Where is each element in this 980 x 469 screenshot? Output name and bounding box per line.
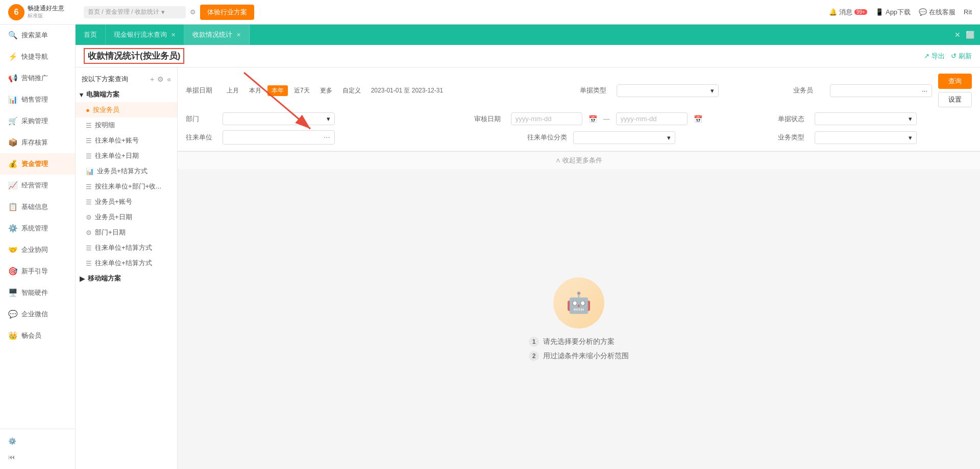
logo-text: 畅捷通好生意 标准版 xyxy=(28,5,64,19)
filter-actions: 查询 设置 xyxy=(938,74,972,107)
collapse-bar[interactable]: ∧ 收起更多条件 xyxy=(178,151,980,169)
panel-add-btn[interactable]: + xyxy=(150,75,154,83)
dept-select[interactable]: ▾ xyxy=(223,112,335,125)
sidebar-item-purchase[interactable]: 🛒 采购管理 xyxy=(0,110,75,132)
breadcrumb-bar[interactable]: 首页 / 资金管理 / 收款统计 ▾ xyxy=(84,6,186,18)
sidebar-item-search[interactable]: 🔍 搜索菜单 xyxy=(0,25,75,46)
tab-collection-close[interactable]: ✕ xyxy=(236,32,241,38)
empty-state: 🤖 1 请先选择要分析的方案 2 用过滤条件来缩小分析范围 xyxy=(178,169,980,469)
refresh-icon: ↺ xyxy=(951,52,957,60)
salesperson-select[interactable]: ··· xyxy=(830,84,932,97)
sidebar-collapse-btn[interactable]: ⏮ xyxy=(0,449,75,465)
sidebar-item-member[interactable]: 👑 畅会员 xyxy=(0,325,75,346)
sidebar-bottom: ⚙️ ⏮ xyxy=(0,429,75,469)
basic-icon: 📋 xyxy=(8,202,17,212)
tree-item-customer-settle1[interactable]: ☰ 往来单位+结算方式 xyxy=(76,240,177,255)
query-btn[interactable]: 查询 xyxy=(938,74,972,89)
date-tab-this-year[interactable]: 本年 xyxy=(267,85,288,96)
date-tab-this-month[interactable]: 本月 xyxy=(245,85,265,96)
top-nav-area: 首页 / 资金管理 / 收款统计 ▾ ⚙ 体验行业方案 xyxy=(84,5,829,20)
sidebar-item-basic[interactable]: 📋 基础信息 xyxy=(0,196,75,218)
tree-item-by-salesperson[interactable]: ● 按业务员 xyxy=(76,102,177,118)
tree-cs2-icon: ☰ xyxy=(86,260,92,267)
sidebar-item-finance[interactable]: 💰 资金管理 xyxy=(0,153,75,175)
download-icon: 📱 xyxy=(875,8,884,16)
win-close-btn[interactable]: ✕ xyxy=(953,31,962,39)
sidebar-collapse-icon: ⏮ xyxy=(8,453,15,461)
tree-item-customer-dept[interactable]: ☰ 按往来单位+部门+收... xyxy=(76,179,177,194)
settings-btn[interactable]: 设置 xyxy=(938,92,972,107)
business-type-select[interactable]: ▾ xyxy=(815,131,917,144)
dept-label: 部门 xyxy=(186,114,216,124)
logo-area: 6 畅捷通好生意 标准版 xyxy=(8,4,84,20)
user-avatar[interactable]: Rit xyxy=(964,8,972,16)
review-date-start[interactable]: yyyy-mm-dd xyxy=(511,112,582,125)
sidebar-item-wechat[interactable]: 💬 企业微信 xyxy=(0,303,75,325)
panel-title: 按以下方案查询 xyxy=(82,75,128,84)
step-num-1: 1 xyxy=(529,337,539,347)
tab-bank-close[interactable]: ✕ xyxy=(171,32,176,38)
marketing-icon: 📢 xyxy=(8,74,17,83)
date-tab-last-month[interactable]: 上月 xyxy=(223,85,243,96)
tab-window-btns: ✕ ⬜ xyxy=(947,25,980,45)
date-tab-custom[interactable]: 自定义 xyxy=(338,85,365,96)
sidebar-item-nav[interactable]: ⚡ 快捷导航 xyxy=(0,46,75,67)
trial-btn[interactable]: 体验行业方案 xyxy=(200,5,254,20)
tree-item-by-detail[interactable]: ☰ 按明细 xyxy=(76,118,177,133)
date-tabs: 上月 本月 本年 近7天 更多 自定义 xyxy=(223,85,365,96)
tree-salesperson-icon: ● xyxy=(86,106,90,114)
customer-dots: ··· xyxy=(324,133,330,142)
export-btn[interactable]: ↗ 导出 xyxy=(924,52,945,61)
tree-category-mobile[interactable]: ▶ 移动端方案 xyxy=(76,271,177,286)
refresh-btn[interactable]: ↺ 刷新 xyxy=(951,52,972,61)
tab-collection[interactable]: 收款情况统计 ✕ xyxy=(184,25,250,45)
filter-container: 单据日期 上月 本月 本年 近7天 更多 自定义 2023-01-01 至 20… xyxy=(178,67,980,169)
page-title: 收款情况统计(按业务员) xyxy=(88,51,180,61)
doc-type-select[interactable]: ▾ xyxy=(617,84,719,97)
sidebar-item-inventory[interactable]: 📦 库存核算 xyxy=(0,132,75,153)
settings-btn-top[interactable]: ⚙ xyxy=(190,8,196,16)
main-layout: 🔍 搜索菜单 ⚡ 快捷导航 📢 营销推广 📊 销售管理 🛒 采购管理 📦 库存核… xyxy=(0,25,980,469)
tree-item-customer-settle2[interactable]: ☰ 往来单位+结算方式 xyxy=(76,255,177,271)
sidebar-item-operations[interactable]: 📈 经营管理 xyxy=(0,175,75,196)
customer-category-select[interactable]: ▾ xyxy=(573,131,675,144)
calendar-icon-1[interactable]: 📅 xyxy=(589,115,597,123)
tree-item-salesperson-settle[interactable]: 📊 业务员+结算方式 xyxy=(76,163,177,179)
review-date-end[interactable]: yyyy-mm-dd xyxy=(616,112,688,125)
tree-item-salesperson-date[interactable]: ⚙ 业务员+日期 xyxy=(76,209,177,225)
breadcrumb-dropdown[interactable]: ▾ xyxy=(161,8,165,16)
empty-steps: 1 请先选择要分析的方案 2 用过滤条件来缩小分析范围 xyxy=(529,337,629,361)
tree-item-customer-date[interactable]: ☰ 往来单位+日期 xyxy=(76,148,177,163)
panel-collapse-icon[interactable]: « xyxy=(167,75,171,83)
sidebar-item-system[interactable]: ⚙️ 系统管理 xyxy=(0,218,75,239)
sidebar-settings-btn[interactable]: ⚙️ xyxy=(0,433,75,449)
filter-row-3: 往来单位 ··· 往来单位分类 ▾ xyxy=(186,130,972,145)
tree-category-desktop[interactable]: ▾ 电脑端方案 xyxy=(76,87,177,102)
tree-cdate-icon: ☰ xyxy=(86,152,92,160)
panel-settings-icon[interactable]: ⚙ xyxy=(157,75,164,83)
app-download-btn[interactable]: 📱 App下载 xyxy=(875,8,911,17)
tree-item-salesperson-account[interactable]: ☰ 业务员+账号 xyxy=(76,194,177,209)
sidebar-item-corp[interactable]: 🤝 企业协同 xyxy=(0,239,75,261)
message-btn[interactable]: 🔔 消息 99+ xyxy=(829,8,867,17)
tree-mobile-expand-icon: ▶ xyxy=(80,275,85,283)
sidebar-item-sales[interactable]: 📊 销售管理 xyxy=(0,89,75,110)
date-tab-7days[interactable]: 近7天 xyxy=(290,85,314,96)
customer-select[interactable]: ··· xyxy=(223,130,335,145)
tab-bank[interactable]: 现金银行流水查询 ✕ xyxy=(106,25,184,45)
filter-panel: 单据日期 上月 本月 本年 近7天 更多 自定义 2023-01-01 至 20… xyxy=(178,67,980,151)
doc-type-label: 单据类型 xyxy=(580,86,610,95)
online-service-btn[interactable]: 💬 在线客服 xyxy=(919,8,955,17)
sidebar-item-guide[interactable]: 🎯 新手引导 xyxy=(0,261,75,282)
date-tab-more[interactable]: 更多 xyxy=(316,85,336,96)
tree-item-customer-account[interactable]: ☰ 往来单位+账号 xyxy=(76,133,177,148)
tab-home[interactable]: 首页 xyxy=(76,25,106,45)
doc-status-select[interactable]: ▾ xyxy=(815,112,917,125)
main-content: 单据日期 上月 本月 本年 近7天 更多 自定义 2023-01-01 至 20… xyxy=(178,67,980,469)
calendar-icon-2[interactable]: 📅 xyxy=(694,115,702,123)
tree-item-dept-date[interactable]: ⚙ 部门+日期 xyxy=(76,225,177,240)
sidebar-item-marketing[interactable]: 📢 营销推广 xyxy=(0,67,75,89)
sidebar-item-hardware[interactable]: 🖥️ 智能硬件 xyxy=(0,282,75,303)
win-max-btn[interactable]: ⬜ xyxy=(966,31,974,39)
tree-detail-icon: ☰ xyxy=(86,122,92,129)
